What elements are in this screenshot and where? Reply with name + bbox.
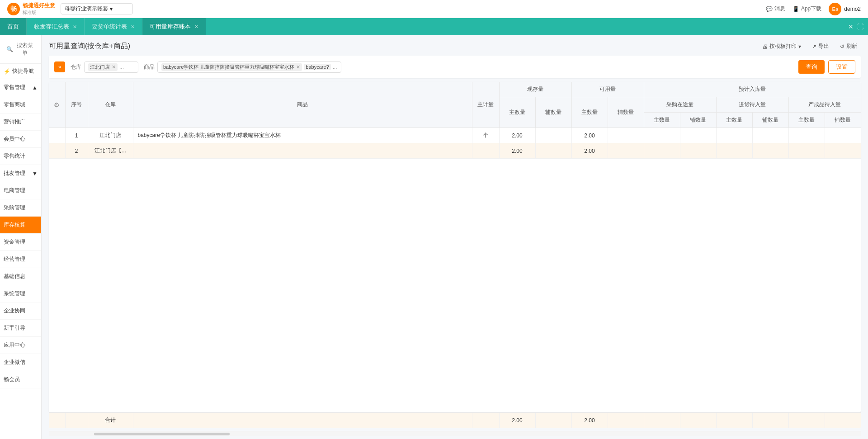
arrow-icon: ▲ xyxy=(32,85,38,91)
refresh-button[interactable]: ↺ 刷新 xyxy=(836,41,861,52)
sidebar-item-app-center[interactable]: 应用中心 xyxy=(0,337,41,354)
content-area: 可用量查询(按仓库+商品) 🖨 按模板打印 ▾ ↗ 导出 ↺ 刷新 » xyxy=(42,35,868,439)
tab-order-stats[interactable]: 要货单统计表 ✕ xyxy=(85,18,142,35)
warehouse-tag-jiangbei: 江北门店 ✕ xyxy=(88,63,118,71)
tab-income-summary[interactable]: 收发存汇总表 ✕ xyxy=(27,18,85,35)
row-setting xyxy=(49,143,65,159)
tab-available-stock[interactable]: 可用量库存账本 ✕ xyxy=(142,18,206,35)
chevron-down-icon: ▾ xyxy=(798,43,801,50)
row-po-main xyxy=(644,128,680,143)
table-container[interactable]: ⚙ 序号 仓库 商品 主计量 现存量 可用量 预计入库量 主数量 辅数量 主数量 xyxy=(49,82,861,412)
sidebar-item-basic-info[interactable]: 基础信息 xyxy=(0,268,41,285)
th-purchase-main: 主数量 xyxy=(644,113,680,128)
filter-expand-button[interactable]: » xyxy=(54,61,65,72)
username-label: demo2 xyxy=(844,6,861,12)
tab-home[interactable]: 首页 xyxy=(0,18,27,35)
scrollbar-thumb[interactable] xyxy=(94,433,230,435)
row-seq: 1 xyxy=(65,128,88,143)
message-button[interactable]: 💬 消息 xyxy=(766,5,785,13)
th-current-aux: 辅数量 xyxy=(535,97,571,128)
row-in-main xyxy=(716,128,752,143)
avatar: Ea xyxy=(829,3,841,15)
row-unit xyxy=(472,143,499,159)
row-available-aux xyxy=(608,128,644,143)
row-current-aux xyxy=(535,128,571,143)
table-footer: 合计 2.00 2.00 xyxy=(49,412,861,428)
th-warehouse: 仓库 xyxy=(88,82,133,128)
sidebar-item-ops-mgmt[interactable]: 经营管理 xyxy=(0,251,41,268)
app-download-button[interactable]: 📱 App下载 xyxy=(793,5,821,13)
search-menu-button[interactable]: 🔍 搜索菜单 xyxy=(4,40,38,59)
close-all-icon[interactable]: ✕ xyxy=(848,23,854,30)
filter-bar: » 仓库 江北门店 ✕ ... 商品 babycare学饮杯 儿童防摔防撞吸管杯… xyxy=(49,56,861,78)
template-print-button[interactable]: 🖨 按模板打印 ▾ xyxy=(759,41,805,52)
top-bar-left: 畅 畅捷通好生意 标准版 母婴行业演示账套 ▾ xyxy=(7,2,133,16)
sidebar-item-finance[interactable]: 资金管理 xyxy=(0,234,41,251)
product-ellipsis[interactable]: ... xyxy=(333,64,337,70)
close-available-stock-icon[interactable]: ✕ xyxy=(194,24,198,30)
horizontal-scrollbar[interactable] xyxy=(49,431,861,436)
row-current-aux xyxy=(535,143,571,159)
gear-icon[interactable]: ⚙ xyxy=(54,101,60,109)
sidebar-item-retail-stats[interactable]: 零售统计 xyxy=(0,148,41,165)
row-fg-main xyxy=(788,128,825,143)
warehouse-ellipsis[interactable]: ... xyxy=(119,64,124,70)
row-fg-main xyxy=(788,143,825,159)
row-setting xyxy=(49,128,65,143)
product-tag-babycare2: babycare? xyxy=(304,64,330,70)
sidebar-item-enterprise[interactable]: 企业协同 xyxy=(0,302,41,320)
sidebar-item-wholesale-mgmt[interactable]: 批发管理 ▼ xyxy=(0,165,41,182)
sidebar-item-ecommerce[interactable]: 电商管理 xyxy=(0,182,41,199)
th-current-main: 主数量 xyxy=(499,97,535,128)
top-bar-right: 💬 消息 📱 App下载 Ea demo2 xyxy=(766,3,861,15)
row-fg-aux xyxy=(825,143,861,159)
fullscreen-icon[interactable]: ⛶ xyxy=(857,23,863,30)
sidebar-item-retail-mall[interactable]: 零售商城 xyxy=(0,96,41,113)
product-filter-tags[interactable]: babycare学饮杯 儿童防摔防撞吸管杯重力球吸嘴杯宝宝水杯 ✕ babyca… xyxy=(157,61,341,73)
footer-in-main-cell xyxy=(716,413,752,428)
footer-in-aux-cell xyxy=(752,413,788,428)
th-available-main: 主数量 xyxy=(571,97,608,128)
th-purchase-aux: 辅数量 xyxy=(680,113,716,128)
th-incoming-group: 进货待入量 xyxy=(716,97,788,113)
sidebar-item-sys-mgmt[interactable]: 系统管理 xyxy=(0,285,41,302)
page-actions: 🖨 按模板打印 ▾ ↗ 导出 ↺ 刷新 xyxy=(759,41,861,52)
row-po-main xyxy=(644,143,680,159)
sidebar-item-inventory[interactable]: 库存核算 xyxy=(0,217,41,234)
quick-nav-button[interactable]: ⚡ 快捷导航 xyxy=(0,64,41,79)
user-area: Ea demo2 xyxy=(829,3,861,15)
remove-product-tag-icon[interactable]: ✕ xyxy=(296,64,300,70)
filter-actions: 查询 设置 xyxy=(798,60,855,74)
table-row: 1江北门店babycare学饮杯 儿童防摔防撞吸管杯重力球吸嘴杯宝宝水杯个2.0… xyxy=(49,128,861,143)
print-icon: 🖨 xyxy=(762,43,768,50)
footer-fg-aux-cell xyxy=(825,413,861,428)
th-setting[interactable]: ⚙ xyxy=(49,82,65,128)
sidebar-item-vip-member[interactable]: 畅会员 xyxy=(0,371,41,388)
sidebar-item-retail-mgmt[interactable]: 零售管理 ▲ xyxy=(0,79,41,96)
sidebar-item-member-center[interactable]: 会员中心 xyxy=(0,131,41,148)
logo-text: 畅捷通好生意 标准版 xyxy=(23,2,55,16)
warehouse-filter-label: 仓库 xyxy=(71,63,81,71)
close-income-summary-icon[interactable]: ✕ xyxy=(73,24,77,30)
row-available-aux xyxy=(608,143,644,159)
warehouse-filter-tags[interactable]: 江北门店 ✕ ... xyxy=(84,61,138,73)
remove-warehouse-tag-icon[interactable]: ✕ xyxy=(112,64,116,70)
tenant-select[interactable]: 母婴行业演示账套 ▾ xyxy=(61,3,133,14)
query-button[interactable]: 查询 xyxy=(798,60,825,74)
sidebar-item-enterprise-wechat[interactable]: 企业微信 xyxy=(0,354,41,371)
footer-current-main-cell: 2.00 xyxy=(499,413,535,428)
sidebar-item-marketing[interactable]: 营销推广 xyxy=(0,113,41,131)
export-button[interactable]: ↗ 导出 xyxy=(808,41,833,52)
row-unit: 个 xyxy=(472,128,499,143)
sidebar: 🔍 搜索菜单 ⚡ 快捷导航 零售管理 ▲ 零售商城 营销推广 会员中心 零售统计… xyxy=(0,35,42,439)
th-unit: 主计量 xyxy=(472,82,499,128)
close-order-stats-icon[interactable]: ✕ xyxy=(131,24,135,30)
sidebar-item-purchase[interactable]: 采购管理 xyxy=(0,199,41,217)
settings-button[interactable]: 设置 xyxy=(828,60,855,74)
footer-fg-main-cell xyxy=(788,413,825,428)
sidebar-item-new-guide[interactable]: 新手引导 xyxy=(0,320,41,337)
row-available-main: 2.00 xyxy=(571,143,608,159)
home-tab-label: 首页 xyxy=(7,23,19,31)
top-bar: 畅 畅捷通好生意 标准版 母婴行业演示账套 ▾ 💬 消息 📱 App下载 Ea … xyxy=(0,0,868,18)
footer-po-aux-cell xyxy=(680,413,716,428)
